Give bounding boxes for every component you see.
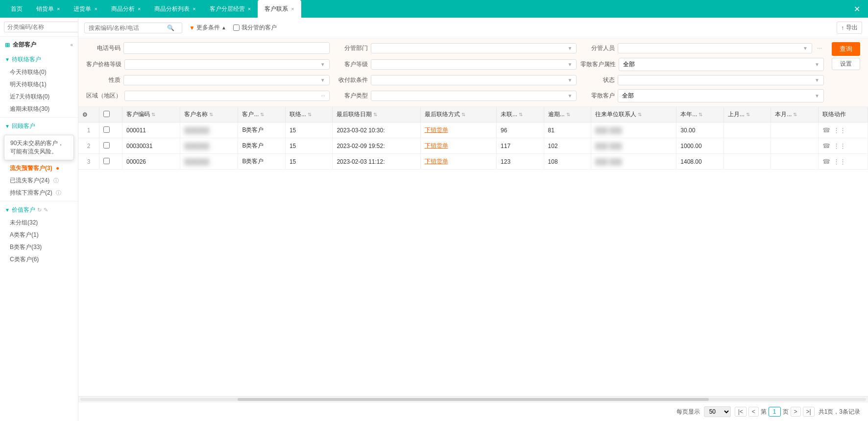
sort-icon[interactable]: ⇅ <box>699 112 702 117</box>
query-button[interactable]: 查询 <box>832 42 860 56</box>
last-page-button[interactable]: >| <box>803 407 815 417</box>
horizontal-scrollbar[interactable] <box>78 396 868 402</box>
sort-icon[interactable]: ⇅ <box>151 112 155 117</box>
sidebar-group-review[interactable]: ▼ 回顾客户 <box>0 120 78 133</box>
sort-icon[interactable]: ⇅ <box>793 112 797 117</box>
last-contact-date-cell: 2023-03-02 10:30: <box>333 123 420 138</box>
tab-customer-contact[interactable]: 客户联系 × <box>258 0 301 18</box>
price-level-select[interactable]: ▼ <box>124 59 330 70</box>
chevron-left-icon[interactable]: « <box>70 42 73 48</box>
phone-input[interactable] <box>123 42 330 54</box>
region-select[interactable]: ··· <box>124 91 330 101</box>
sidebar-item-ungroup[interactable]: 未分组(32) <box>0 217 78 229</box>
zero-attr-select[interactable]: 全部 ▼ <box>619 58 824 71</box>
tab-product-analysis[interactable]: 商品分析 × <box>104 0 147 18</box>
contact-action-icon[interactable]: ☎ <box>822 126 830 134</box>
sidebar-item-churned[interactable]: 已流失客户(24) ⓘ <box>0 174 78 187</box>
row-checkbox-cell[interactable] <box>99 123 122 138</box>
chevron-down-icon: ▼ <box>567 62 572 67</box>
sidebar-group-pending[interactable]: ▼ 待联络客户 <box>0 53 78 66</box>
my-customers-checkbox[interactable] <box>233 25 240 31</box>
sort-icon[interactable]: ⇅ <box>209 112 213 117</box>
tab-sales[interactable]: 销货单 × <box>29 0 67 18</box>
search-input-wrap: 🔍 <box>84 23 182 33</box>
select-all-checkbox[interactable] <box>103 111 110 117</box>
customer-level-select[interactable]: ▼ <box>371 59 577 70</box>
tab-product-list[interactable]: 商品分析列表 × <box>147 0 202 18</box>
window-close-button[interactable]: ✕ <box>850 4 864 14</box>
close-icon[interactable]: × <box>138 6 141 12</box>
sort-icon[interactable]: ⇅ <box>638 112 642 117</box>
sidebar-item-b-class[interactable]: B类客户(33) <box>0 241 78 253</box>
sort-icon[interactable]: ⇅ <box>373 112 377 117</box>
row-checkbox[interactable] <box>103 158 110 164</box>
filter-action-buttons: 查询 设置 <box>832 42 860 102</box>
status-select[interactable]: ▼ <box>618 75 824 85</box>
gender-select[interactable]: ▼ <box>123 75 330 85</box>
sidebar-search-input[interactable] <box>4 22 78 32</box>
first-page-button[interactable]: |< <box>735 407 747 417</box>
sidebar-item-declining[interactable]: 持续下滑客户(2) ⓘ <box>0 187 78 199</box>
th-settings[interactable]: ⚙ <box>78 107 99 123</box>
sidebar-item-tomorrow[interactable]: 明天待联络(1) <box>0 78 78 91</box>
my-customers-checkbox-label[interactable]: 我分管的客户 <box>233 24 277 32</box>
sidebar-item-today[interactable]: 今天待联络(0) <box>0 66 78 78</box>
more-filter-button[interactable]: ▼ 更多条件 ▲ <box>186 22 229 33</box>
edit-icon[interactable]: ✎ <box>44 207 48 213</box>
more-action-icon[interactable]: ⋮⋮ <box>833 142 846 149</box>
more-options-icon[interactable]: ··· <box>815 45 824 51</box>
sidebar-item-overdue[interactable]: 逾期未联络(30) <box>0 103 78 115</box>
last-month-cell <box>723 138 771 154</box>
contact-count-cell: 15 <box>285 123 332 138</box>
tab-purchase[interactable]: 进货单 × <box>67 0 104 18</box>
sort-icon[interactable]: ⇅ <box>260 112 264 117</box>
tab-customer-tier[interactable]: 客户分层经营 × <box>203 0 258 18</box>
close-icon[interactable]: × <box>291 6 294 12</box>
next-page-button[interactable]: > <box>791 407 801 417</box>
row-checkbox[interactable] <box>103 126 110 133</box>
customer-type-select[interactable]: ▼ <box>371 91 577 101</box>
contact-method-link[interactable]: 下销货单 <box>425 142 448 149</box>
staff-select[interactable]: ▼ <box>618 43 812 53</box>
filter-zero-attr: 零散客户属性 全部 ▼ <box>580 58 824 71</box>
scrollbar-thumb[interactable] <box>238 398 709 401</box>
prev-page-button[interactable]: < <box>748 407 759 417</box>
contact-method-link[interactable]: 下销货单 <box>425 126 448 133</box>
filter-staff: 分管人员 ▼ ··· <box>580 43 824 53</box>
tab-home[interactable]: 首页 <box>4 0 29 18</box>
row-checkbox-cell[interactable] <box>99 138 122 154</box>
zero-customer-select[interactable]: 全部 ▼ <box>618 89 824 102</box>
sort-icon[interactable]: ⇅ <box>308 112 312 117</box>
refresh-icon[interactable]: ↻ <box>37 207 42 213</box>
close-icon[interactable]: × <box>57 6 60 12</box>
dept-select[interactable]: ▼ <box>371 43 577 53</box>
sidebar-all-customers[interactable]: ⊞ 全部客户 « <box>0 37 78 53</box>
close-icon[interactable]: × <box>248 6 251 12</box>
close-icon[interactable]: × <box>193 6 195 12</box>
sidebar-item-a-class[interactable]: A类客户(1) <box>0 229 78 241</box>
close-icon[interactable]: × <box>94 6 97 12</box>
more-action-icon[interactable]: ⋮⋮ <box>833 126 846 134</box>
settings-button[interactable]: 设置 <box>832 58 860 70</box>
sort-icon[interactable]: ⇅ <box>461 112 465 117</box>
sidebar-item-7days[interactable]: 近7天待联络(0) <box>0 91 78 103</box>
contact-method-link[interactable]: 下销货单 <box>425 158 448 165</box>
sort-icon[interactable]: ⇅ <box>746 112 750 117</box>
sidebar-group-value[interactable]: ▼ 价值客户 ↻ ✎ <box>0 203 78 217</box>
sort-icon[interactable]: ⇅ <box>566 112 570 117</box>
th-checkbox[interactable] <box>99 107 122 123</box>
page-size-select[interactable]: 50 100 <box>704 406 731 417</box>
sort-icon[interactable]: ⇅ <box>519 112 523 117</box>
contact-action-icon[interactable]: ☎ <box>822 142 830 149</box>
row-checkbox-cell[interactable] <box>99 154 122 170</box>
export-button[interactable]: ↑ 导出 <box>837 22 862 34</box>
payment-select[interactable]: ▼ <box>371 75 577 85</box>
sidebar-item-c-class[interactable]: C类客户(6) <box>0 253 78 266</box>
more-action-icon[interactable]: ⋮⋮ <box>833 158 846 165</box>
info-icon: ⓘ <box>53 177 59 183</box>
sidebar-item-churn-warning[interactable]: 流失预警客户(3) ● <box>0 162 78 174</box>
search-icon[interactable]: 🔍 <box>167 25 174 31</box>
contact-action-icon[interactable]: ☎ <box>822 158 830 165</box>
search-input[interactable] <box>89 25 167 31</box>
row-checkbox[interactable] <box>103 142 110 149</box>
